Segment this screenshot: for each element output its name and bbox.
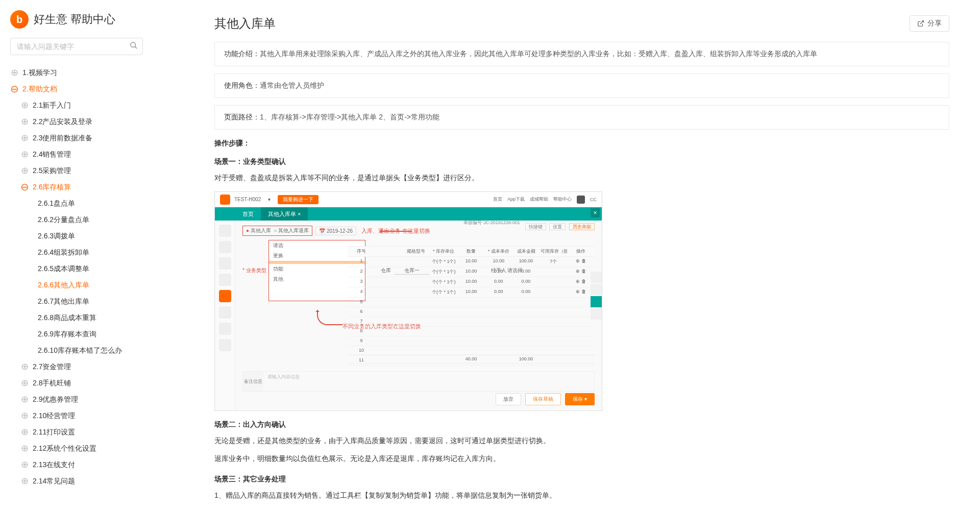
- nav-2-6-9[interactable]: 2.6.9库存账本查询: [38, 326, 143, 342]
- nav-2-2[interactable]: ⊕2.2产品安装及登录: [20, 113, 143, 130]
- plus-icon: ⊕: [20, 101, 29, 110]
- nav-2-9[interactable]: ⊕2.9优惠券管理: [20, 391, 143, 407]
- share-label: 分享: [927, 19, 942, 28]
- scene2-p2: 退库业务中，明细数量均以负值红色展示。无论是入库还是退库，库存账均记在入库方向。: [214, 452, 949, 465]
- nav-label: 2.帮助文档: [22, 81, 57, 97]
- ss-tab-home: 首页: [235, 207, 261, 221]
- role-label: 使用角色：: [224, 81, 260, 89]
- ss-radio2: 其他入库退库: [278, 228, 309, 233]
- embedded-screenshot: TEST-H002 ▾ 我要购进一下 首页 App下载 成城帮助 帮助中心 CC…: [214, 191, 602, 411]
- nav-2-10[interactable]: ⊕2.10经营管理: [20, 407, 143, 424]
- nav-label: 2.11打印设置: [33, 424, 75, 440]
- ss-help: 帮助中心: [553, 196, 572, 203]
- scene2-p1: 无论是受赠，还是其他类型的业务，由于入库商品质量等原因，需要退回，这时可通过单据…: [214, 434, 949, 447]
- logo: b 好生意 帮助中心: [10, 10, 143, 29]
- nav-2-6-8[interactable]: 2.6.8商品成本重算: [38, 309, 143, 326]
- search-input[interactable]: [10, 38, 143, 55]
- ss-cs: 成城帮助: [530, 196, 548, 203]
- nav-2-6[interactable]: ⊖2.6库存核算: [20, 179, 143, 195]
- nav-label: 2.6.5成本调整单: [38, 260, 89, 277]
- plus-icon: ⊕: [10, 68, 18, 77]
- info-role: 使用角色：通常由仓管人员维护: [214, 74, 949, 98]
- path-text: 1、库存核算->库存管理->其他入库单 2、首页->常用功能: [260, 113, 439, 121]
- nav-label: 2.6.4组装拆卸单: [38, 244, 89, 260]
- scene1-title: 场景一：业务类型确认: [214, 157, 949, 166]
- ss-date: 2019-12-26: [327, 228, 353, 234]
- nav-2-6-1[interactable]: 2.6.1盘点单: [38, 195, 143, 211]
- path-label: 页面路径：: [224, 113, 260, 121]
- avatar-icon: [577, 196, 585, 204]
- nav-label: 2.7资金管理: [33, 358, 71, 375]
- plus-icon: ⊕: [20, 117, 29, 126]
- plus-icon: ⊕: [20, 166, 29, 175]
- nav-label: 2.8手机旺铺: [33, 375, 71, 391]
- nav-2-14[interactable]: ⊕2.14常见问题: [20, 473, 143, 489]
- ss-chk1: 快捷键: [525, 223, 546, 230]
- nav-2-6-7[interactable]: 2.6.7其他出库单: [38, 293, 143, 309]
- ss-radio1: 其他入库: [251, 228, 271, 233]
- plus-icon: ⊕: [20, 378, 29, 387]
- nav-label: 2.3使用前数据准备: [33, 130, 92, 146]
- nav-label: 2.9优惠券管理: [33, 391, 78, 407]
- ss-app: App下载: [507, 196, 525, 203]
- ss-total-qty: 40.00: [457, 355, 485, 363]
- plus-icon: ⊕: [20, 460, 29, 469]
- ss-chk2: 设置: [549, 223, 566, 230]
- nav-label: 2.4销售管理: [33, 146, 71, 162]
- plus-icon: ⊕: [20, 411, 29, 420]
- ss-btn-draft: 保存草稿: [525, 393, 561, 405]
- nav-2-6-10[interactable]: 2.6.10库存账本错了怎么办: [38, 342, 143, 358]
- scene1-text: 对于受赠、盘盈或是拆装入库等不同的业务，是通过单据头【业务类型】进行区分。: [214, 172, 949, 184]
- ss-remark-label: 备注信息: [243, 372, 263, 391]
- nav-label: 2.2产品安装及登录: [33, 113, 92, 130]
- nav-1[interactable]: ⊕1.视频学习: [10, 64, 143, 81]
- ss-tab-current: 其他入库单 ×: [261, 207, 308, 221]
- plus-icon: ⊕: [20, 362, 29, 371]
- nav-2-1[interactable]: ⊕2.1新手入门: [20, 97, 143, 113]
- nav-label: 2.13在线支付: [33, 456, 75, 473]
- plus-icon: ⊕: [20, 395, 29, 404]
- nav-2-8[interactable]: ⊕2.8手机旺铺: [20, 375, 143, 391]
- nav-2[interactable]: ⊖2.帮助文档: [10, 81, 143, 97]
- nav-2-3[interactable]: ⊕2.3使用前数据准备: [20, 130, 143, 146]
- nav-2-6-4[interactable]: 2.6.4组装拆卸单: [38, 244, 143, 260]
- nav-label: 2.6.1盘点单: [38, 195, 75, 211]
- nav-2-11[interactable]: ⊕2.11打印设置: [20, 424, 143, 440]
- share-icon: [917, 20, 924, 27]
- nav-2-7[interactable]: ⊕2.7资金管理: [20, 358, 143, 375]
- ss-total-amt: 100.00: [512, 355, 540, 363]
- nav-label: 2.5采购管理: [33, 162, 71, 179]
- nav-label: 2.1新手入门: [33, 97, 71, 113]
- ss-remark-ph: 请输入内容信息: [263, 372, 594, 391]
- scene3-p1: 1、赠品入库的商品直接转为销售。通过工具栏【复制/复制为销货单】功能，将单据信息…: [214, 489, 949, 502]
- nav-label: 2.6.9库存账本查询: [38, 326, 96, 342]
- ss-btn-save: 保存 ▾: [565, 393, 595, 405]
- nav-2-6-6[interactable]: 2.6.6其他入库单: [38, 277, 143, 293]
- intro-text: 其他入库单用来处理除采购入库、产成品入库之外的其他入库业务，因此其他入库单可处理…: [260, 50, 817, 58]
- nav-2-5[interactable]: ⊕2.5采购管理: [20, 162, 143, 179]
- role-text: 通常由仓管人员维护: [260, 81, 324, 89]
- nav-label: 2.6.2分量盘点单: [38, 211, 89, 228]
- plus-icon: ⊕: [20, 133, 29, 142]
- nav-2-6-3[interactable]: 2.6.3调拨单: [38, 228, 143, 244]
- nav-label: 1.视频学习: [22, 64, 57, 81]
- nav-2-6-5[interactable]: 2.6.5成本调整单: [38, 260, 143, 277]
- nav-2-12[interactable]: ⊕2.12系统个性化设置: [20, 440, 143, 456]
- nav-label: 2.6.8商品成本重算: [38, 309, 96, 326]
- nav-label: 2.6.3调拨单: [38, 228, 75, 244]
- ss-logo-icon: [220, 195, 230, 205]
- nav-2-6-2[interactable]: 2.6.2分量盘点单: [38, 211, 143, 228]
- plus-icon: ⊕: [20, 427, 29, 436]
- info-path: 页面路径：1、库存核算->库存管理->其他入库单 2、首页->常用功能: [214, 105, 949, 130]
- nav-label: 2.6库存核算: [33, 179, 71, 195]
- ss-home: 首页: [493, 196, 502, 203]
- nav-label: 2.12系统个性化设置: [33, 440, 96, 456]
- nav-2-4[interactable]: ⊕2.4销售管理: [20, 146, 143, 162]
- ss-btn-cancel: 放弃: [496, 393, 521, 405]
- page-title: 其他入库单: [214, 15, 276, 32]
- share-button[interactable]: 分享: [910, 15, 949, 32]
- nav-2-13[interactable]: ⊕2.13在线支付: [20, 456, 143, 473]
- ss-user: CC: [590, 197, 597, 202]
- svg-line-2: [920, 21, 923, 24]
- minus-icon: ⊖: [20, 182, 29, 192]
